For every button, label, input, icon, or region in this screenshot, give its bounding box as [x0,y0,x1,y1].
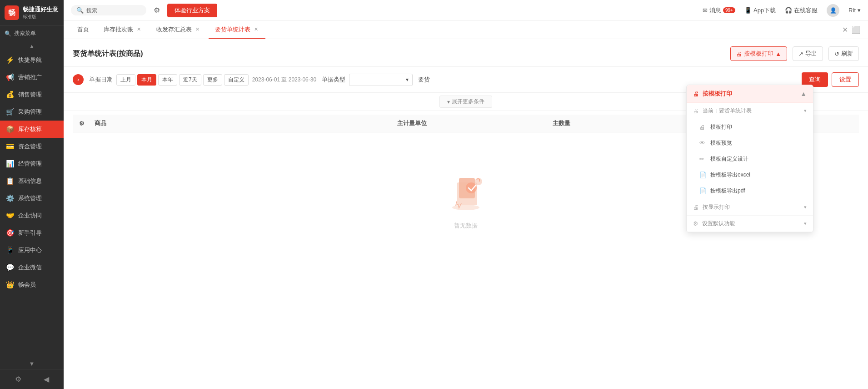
display-print-icon: 🖨 [693,204,699,211]
message-badge: 99+ [723,7,735,13]
search-input[interactable] [86,7,141,14]
sidebar-item-inventory[interactable]: 📦 库存核算 [0,121,64,138]
template-export-pdf-item[interactable]: 📄 按模板导出pdf [687,183,813,199]
sidebar-item-finance[interactable]: 💳 资金管理 [0,138,64,155]
refresh-button[interactable]: ↺ 刷新 [828,46,859,61]
this-year-button[interactable]: 本年 [158,74,177,86]
avatar[interactable]: 👤 [827,4,839,17]
content-area: 要货单统计表(按商品) 🖨 按模板打印 ▲ ↗ 导出 ↺ 刷新 [64,39,868,389]
sidebar-item-wechat[interactable]: 💬 企业微信 [0,259,64,276]
sidebar-item-basic[interactable]: 📋 基础信息 [0,172,64,190]
sidebar-item-system[interactable]: ⚙️ 系统管理 [0,190,64,207]
sidebar-item-appstore[interactable]: 📱 应用中心 [0,242,64,259]
export-icon: ↗ [798,51,803,57]
template-preview-item[interactable]: 👁 模板预览 [687,135,813,151]
topbar-search-box[interactable]: 🔍 [71,5,146,15]
sidebar-item-label: 企业微信 [18,263,42,272]
type-select-value [376,76,381,84]
type-select-dropdown[interactable]: ▾ [349,74,413,86]
template-design-item[interactable]: ✏ 模板自定义设计 [687,151,813,167]
tab-receipt-summary-close[interactable]: ✕ [195,26,200,33]
app-download-label: App下载 [753,6,776,15]
sidebar-item-label: 基础信息 [18,177,42,185]
sidebar-search[interactable]: 🔍 搜索菜单 [0,26,64,41]
sidebar-logo: 畅 畅捷通好生意 标准版 [0,0,64,26]
message-button[interactable]: ✉ 消息 99+ [703,6,735,15]
expand-more-button[interactable]: ▾ 展开更多条件 [439,96,492,108]
tab-order-stats[interactable]: 要货单统计表 ✕ [209,21,265,39]
sidebar-settings-button[interactable]: ⚙ [11,373,25,385]
print-template-button[interactable]: 🖨 按模板打印 ▲ [730,46,787,61]
page-title: 要货单统计表(按商品) [73,49,143,59]
username-label[interactable]: Rit ▾ [848,7,861,14]
last-7-days-button[interactable]: 近7天 [179,74,201,86]
sidebar-scroll-up[interactable]: ▲ [0,41,64,51]
dropdown-items-section: 🖨 模板打印 👁 模板预览 ✏ 模板自定义设计 📄 按模板导出excel 📄 [687,119,813,199]
filter-expand-button[interactable]: › [73,74,84,85]
custom-date-button[interactable]: 自定义 [224,74,249,86]
sidebar-item-label: 采购管理 [18,108,42,116]
sidebar-item-label: 销售管理 [18,91,42,99]
sidebar-item-sales[interactable]: 💰 销售管理 [0,86,64,103]
window-close-button[interactable]: ✕ [842,25,848,34]
sidebar-item-member[interactable]: 👑 畅会员 [0,276,64,293]
current-month-button[interactable]: 本月 [137,74,156,86]
chevron-up-icon: ▲ [775,51,781,57]
purchase-icon: 🛒 [5,108,15,116]
dropdown-close-button[interactable]: ▲ [800,90,807,97]
template-print-item[interactable]: 🖨 模板打印 [687,119,813,135]
type-filter: 单据类型 ▾ [322,74,413,86]
username-text: Rit [848,7,856,14]
sidebar-item-guide[interactable]: 🎯 新手引导 [0,224,64,242]
export-button[interactable]: ↗ 导出 [793,46,823,61]
sidebar-item-marketing[interactable]: 📢 营销推广 [0,69,64,86]
tab-batch-account-close[interactable]: ✕ [136,26,142,33]
topbar-settings-icon[interactable]: ⚙ [152,4,162,16]
template-print-label: 模板打印 [710,123,732,131]
tab-home[interactable]: 首页 [71,21,95,39]
th-settings[interactable]: ⚙ [73,120,91,127]
pdf-icon: 📄 [699,187,707,194]
print-btn-container: 🖨 按模板打印 ▲ [730,46,787,61]
sidebar-item-label: 资金管理 [18,142,42,151]
template-export-excel-item[interactable]: 📄 按模板导出excel [687,167,813,183]
sidebar: 畅 畅捷通好生意 标准版 🔍 搜索菜单 ▲ ⚡ 快捷导航 📢 营销推广 💰 销售… [0,0,64,389]
svg-point-3 [466,182,477,193]
sidebar-item-label: 营销推广 [18,73,42,81]
yh-filter: 要货 [418,76,430,84]
chevron-down-icon: ▾ [804,221,807,227]
industry-solution-button[interactable]: 体验行业方案 [167,4,217,17]
chevron-down-icon: ▾ [406,76,409,83]
default-func-button[interactable]: ⚙ 设置默认功能 ▾ [687,216,813,232]
app-logo-text: 畅捷通好生意 标准版 [23,5,58,20]
sidebar-item-enterprise[interactable]: 🤝 企业协同 [0,207,64,224]
template-export-pdf-label: 按模板导出pdf [710,187,745,195]
tab-batch-account[interactable]: 库存批次账 ✕ [97,21,148,39]
quick-nav-icon: ⚡ [5,56,15,64]
empty-illustration [443,169,489,214]
th-unit: 主计量单位 [394,119,549,127]
sidebar-nav: ⚡ 快捷导航 📢 营销推广 💰 销售管理 🛒 采购管理 📦 库存核算 💳 资金管… [0,51,64,359]
sidebar-item-purchase[interactable]: 🛒 采购管理 [0,103,64,121]
tab-order-stats-close[interactable]: ✕ [253,26,259,33]
svg-point-0 [452,205,479,210]
last-month-button[interactable]: 上月 [116,74,135,86]
display-print-button[interactable]: 🖨 按显示打印 ▾ [687,199,813,215]
sidebar-scroll-down[interactable]: ▼ [0,359,64,369]
sidebar-item-label: 畅会员 [18,281,36,289]
tab-receipt-summary[interactable]: 收发存汇总表 ✕ [150,21,207,39]
sidebar-item-quick-nav[interactable]: ⚡ 快捷导航 [0,51,64,69]
page-header: 要货单统计表(按商品) 🖨 按模板打印 ▲ ↗ 导出 ↺ 刷新 [64,39,868,67]
online-service-button[interactable]: 🎧 在线客服 [785,6,818,15]
sidebar-item-operation[interactable]: 📊 经营管理 [0,155,64,172]
main-area: 🔍 ⚙ 体验行业方案 ✉ 消息 99+ 📱 App下载 🎧 在线客服 👤 [64,0,868,389]
window-maximize-button[interactable]: ⬜ [852,25,861,34]
excel-icon: 📄 [699,172,707,178]
app-download-button[interactable]: 📱 App下载 [744,6,776,15]
setup-button[interactable]: 设置 [832,72,859,87]
sidebar-collapse-button[interactable]: ◀ [40,373,53,385]
chevron-up-icon: ▲ [800,90,807,97]
sidebar-item-label: 快捷导航 [18,56,42,64]
more-date-button[interactable]: 更多 [203,74,222,86]
current-template-button[interactable]: 🖨 当前：要货单统计表 ▾ [687,103,813,119]
